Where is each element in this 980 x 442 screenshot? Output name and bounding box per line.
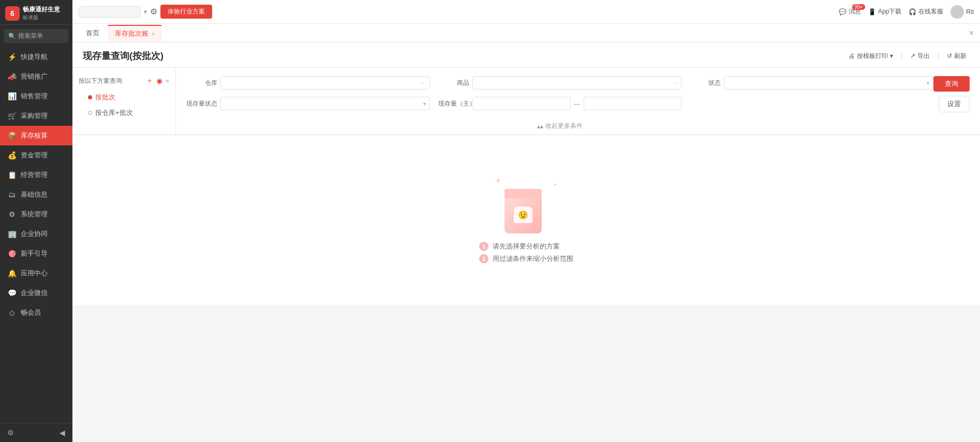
sidebar-item-operations[interactable]: 📋 经营管理: [0, 165, 72, 185]
filter-field-warehouse: 仓库 ···: [186, 76, 430, 90]
breadcrumb-chevron-icon: ▾: [144, 8, 147, 16]
main-area: ▾ ⚙ 体验行业方案 💬 消息 99+ 📱 App下载 🎧 在线客服 Rit: [72, 0, 980, 442]
filter-stock-status-select[interactable]: [220, 97, 430, 110]
filter-status-select[interactable]: [724, 76, 933, 90]
filter-sidebar: 按以下方案查询 ＋ ◉ « 按批次 按仓库+批次: [72, 68, 176, 135]
sidebar-item-inventory[interactable]: 📦 库存核算: [0, 126, 72, 145]
filter-settings-icon[interactable]: ◉: [156, 77, 162, 85]
filter-top-row: 仓库 ··· 商品 ···: [176, 68, 980, 135]
sidebar-item-basic[interactable]: 🗂 基础信息: [0, 185, 72, 204]
purchase-icon: 🛒: [7, 111, 17, 121]
sidebar-search[interactable]: 🔍 搜索菜单: [4, 29, 68, 43]
tab-bar: 首页 库存批次账 × ×: [72, 24, 980, 42]
sidebar-item-label: 应用中心: [21, 269, 48, 278]
print-icon: 🖨: [849, 52, 855, 60]
filter-option-by-warehouse-batch[interactable]: 按仓库+批次: [72, 105, 175, 121]
basic-icon: 🗂: [7, 190, 17, 199]
sidebar-logo: 6: [5, 6, 20, 21]
tab-inventory-batch-label: 库存批次账: [115, 29, 149, 38]
empty-hint-1-label: 请先选择要分析的方案: [493, 242, 560, 251]
filter-row-2: 现存量状态 ▾ 现存量（主）: [186, 97, 933, 110]
sidebar-footer: ⚙ ◀: [0, 423, 72, 442]
trial-btn[interactable]: 体验行业方案: [160, 5, 212, 19]
sidebar-item-label: 基础信息: [21, 190, 48, 199]
sidebar-item-appstore[interactable]: 🔔 应用中心: [0, 263, 72, 283]
sidebar-item-enterprise[interactable]: 🏢 企业协同: [0, 224, 72, 244]
sidebar-item-member[interactable]: ◇ 畅会员: [0, 303, 72, 322]
breadcrumb-input[interactable]: [79, 6, 141, 18]
filter-goods-label: 商品: [438, 79, 469, 87]
filter-collapse-icon[interactable]: «: [166, 77, 169, 84]
filter-stock-amount-min-input[interactable]: [472, 97, 571, 110]
collapse-chevron-icon: ▴▴: [537, 123, 543, 130]
collapse-btn[interactable]: ▴▴ 收起更多条件: [186, 117, 933, 135]
page-actions: 🖨 按模板打印 ▾ ↗ 导出 ↺ 刷新: [845, 50, 970, 62]
filter-goods-more-icon[interactable]: ···: [673, 80, 677, 86]
sidebar-item-label: 销售管理: [21, 92, 48, 101]
filter-field-goods: 商品 ···: [438, 76, 682, 90]
print-btn[interactable]: 🖨 按模板打印 ▾: [845, 50, 896, 62]
action-divider-2: [938, 52, 939, 60]
filter-field-stock-amount: 现存量（主） —: [438, 97, 682, 110]
topbar-settings-icon[interactable]: ⚙: [150, 7, 157, 17]
enterprise-icon: 🏢: [7, 229, 17, 239]
sidebar-item-weixin[interactable]: 💬 企业微信: [0, 283, 72, 303]
operations-icon: 📋: [7, 170, 17, 180]
sidebar-item-quick-nav[interactable]: ⚡ 快捷导航: [0, 47, 72, 67]
topbar-app-download[interactable]: 📱 App下载: [868, 7, 901, 16]
tab-close-icon[interactable]: ×: [152, 31, 155, 37]
export-btn[interactable]: ↗ 导出: [907, 50, 933, 62]
empty-hint-1: 1 请先选择要分析的方案: [479, 242, 573, 251]
filter-goods-input[interactable]: [472, 76, 682, 90]
sidebar-company: 畅康通好生意: [23, 5, 60, 14]
appstore-icon: 🔔: [7, 269, 17, 278]
sidebar-item-system[interactable]: ⚙ 系统管理: [0, 204, 72, 224]
tab-home[interactable]: 首页: [79, 25, 107, 41]
sidebar-item-purchase[interactable]: 🛒 采购管理: [0, 106, 72, 126]
sidebar-item-sales[interactable]: 📊 销售管理: [0, 86, 72, 106]
sidebar-nav: ⚡ 快捷导航 📣 营销推广 📊 销售管理 🛒 采购管理 📦 库存核算 💰 资金管…: [0, 47, 72, 423]
filter-option-dot-inactive: [88, 111, 92, 115]
topbar-messages[interactable]: 💬 消息 99+: [839, 7, 861, 16]
sidebar-item-label: 经营管理: [21, 170, 48, 180]
topbar-customer-service[interactable]: 🎧 在线客服: [909, 7, 943, 16]
filter-option-by-batch-label: 按批次: [95, 93, 115, 102]
search-icon: 🔍: [8, 33, 16, 40]
customer-service-label: 在线客服: [918, 7, 943, 16]
filter-stock-amount-max-input[interactable]: [584, 97, 682, 110]
refresh-btn[interactable]: ↺ 刷新: [944, 50, 970, 62]
filter-warehouse-input[interactable]: [220, 76, 430, 90]
filter-option-by-warehouse-batch-label: 按仓库+批次: [95, 108, 133, 117]
filter-stock-amount-label: 现存量（主）: [438, 99, 469, 108]
filter-status-label: 状态: [690, 79, 721, 87]
filter-warehouse-more-icon[interactable]: ···: [421, 80, 426, 86]
filter-add-icon[interactable]: ＋: [146, 76, 153, 85]
export-label: 导出: [917, 52, 930, 61]
refresh-icon: ↺: [947, 52, 952, 60]
sidebar-item-label: 畅会员: [21, 308, 41, 317]
user-name: Rit: [966, 8, 974, 16]
sidebar-collapse-icon[interactable]: ◀: [60, 429, 65, 437]
empty-hint-2-label: 用过滤条件来缩小分析范围: [493, 254, 573, 263]
empty-hints: 1 请先选择要分析的方案 2 用过滤条件来缩小分析范围: [479, 242, 573, 263]
finance-icon: 💰: [7, 151, 17, 160]
sidebar-item-finance[interactable]: 💰 资金管理: [0, 145, 72, 165]
filter-actions-right: 查询 设置: [933, 68, 980, 135]
filter-field-stock-status: 现存量状态 ▾: [186, 97, 430, 110]
tab-inventory-batch[interactable]: 库存批次账 ×: [108, 25, 162, 41]
topbar-user[interactable]: Rit: [951, 5, 974, 19]
tab-bar-close-icon[interactable]: ×: [969, 28, 974, 38]
filter-settings-btn[interactable]: 设置: [939, 96, 970, 112]
sidebar-item-label: 快捷导航: [21, 52, 48, 62]
sidebar-item-marketing[interactable]: 📣 营销推广: [0, 67, 72, 86]
page-header: 现存量查询(按批次) 🖨 按模板打印 ▾ ↗ 导出 ↺ 刷新: [72, 42, 980, 68]
sidebar-item-label: 新手引导: [21, 249, 48, 258]
sidebar-item-newbie[interactable]: 🎯 新手引导: [0, 244, 72, 263]
sidebar-settings-icon[interactable]: ⚙: [7, 429, 14, 437]
filter-sidebar-header: 按以下方案查询 ＋ ◉ «: [72, 74, 175, 90]
filter-option-by-batch[interactable]: 按批次: [72, 90, 175, 105]
query-btn[interactable]: 查询: [933, 76, 970, 92]
sidebar-search-label: 搜索菜单: [18, 32, 43, 40]
export-icon: ↗: [910, 52, 915, 60]
customer-service-icon: 🎧: [909, 8, 916, 16]
